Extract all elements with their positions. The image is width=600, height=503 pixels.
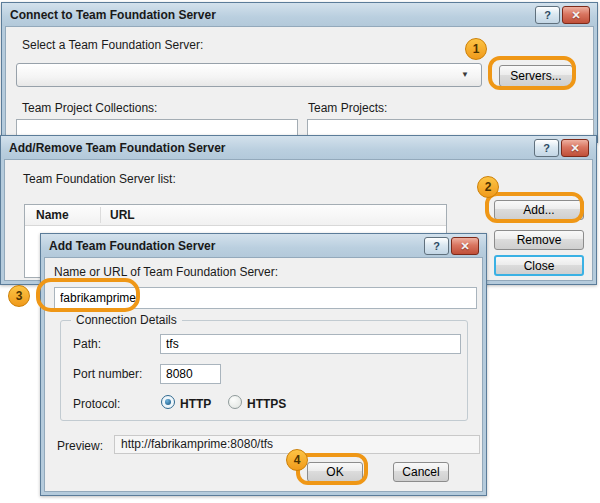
projects-label: Team Projects: [308,101,387,115]
http-radio-label[interactable]: HTTP [180,397,211,411]
path-input[interactable] [160,334,461,354]
add-server-dialog: Add Team Foundation Server ? ✕ Name or U… [40,233,487,496]
column-divider[interactable] [100,207,101,223]
port-number-input[interactable] [160,364,221,384]
close-icon[interactable]: ✕ [562,6,590,24]
callout-ring-add [485,192,584,223]
column-header-url[interactable]: URL [110,208,135,222]
column-header-name[interactable]: Name [36,208,69,222]
chevron-down-icon: ▼ [461,70,469,79]
screenshot-stage: Connect to Team Foundation Server ? ✕ Se… [0,0,600,503]
connection-details-groupbox: Connection Details Path: Port number: Pr… [60,320,468,421]
http-radio[interactable] [161,395,175,409]
name-or-url-label: Name or URL of Team Foundation Server: [54,265,278,279]
close-button-label: Close [524,259,555,273]
cancel-button[interactable]: Cancel [393,462,449,482]
close-icon[interactable]: ✕ [561,139,589,157]
add-server-dialog-title: Add Team Foundation Server [49,239,215,253]
callout-badge-1: 1 [465,38,487,60]
remove-button-label: Remove [517,233,562,247]
collections-label: Team Project Collections: [22,101,157,115]
addremove-dialog-titlebar[interactable]: Add/Remove Team Foundation Server ? ✕ [1,136,596,159]
help-icon[interactable]: ? [535,6,560,24]
connect-dialog-title: Connect to Team Foundation Server [10,8,216,22]
close-icon[interactable]: ✕ [451,237,479,255]
preview-label: Preview: [57,439,103,453]
protocol-label: Protocol: [73,397,120,411]
callout-ring-name-input [36,278,140,312]
help-icon[interactable]: ? [534,139,559,157]
help-icon[interactable]: ? [424,237,449,255]
callout-badge-2: 2 [477,176,499,198]
select-server-label: Select a Team Foundation Server: [22,38,203,52]
server-list-label: Team Foundation Server list: [23,172,176,186]
path-label: Path: [73,337,101,351]
port-number-label: Port number: [73,367,142,381]
connection-details-legend: Connection Details [71,313,182,327]
https-radio[interactable] [228,395,242,409]
https-radio-label[interactable]: HTTPS [247,397,286,411]
connect-dialog-titlebar[interactable]: Connect to Team Foundation Server ? ✕ [2,3,597,26]
server-combobox[interactable]: ▼ [16,63,482,87]
remove-button[interactable]: Remove [494,230,584,250]
callout-badge-4: 4 [286,449,308,471]
callout-badge-3: 3 [8,285,30,307]
add-server-dialog-titlebar[interactable]: Add Team Foundation Server ? ✕ [41,234,486,257]
cancel-button-label: Cancel [402,465,439,479]
close-button[interactable]: Close [494,255,584,276]
callout-ring-servers [488,56,576,90]
server-list-header: Name URL [25,205,446,226]
addremove-dialog-title: Add/Remove Team Foundation Server [9,141,226,155]
